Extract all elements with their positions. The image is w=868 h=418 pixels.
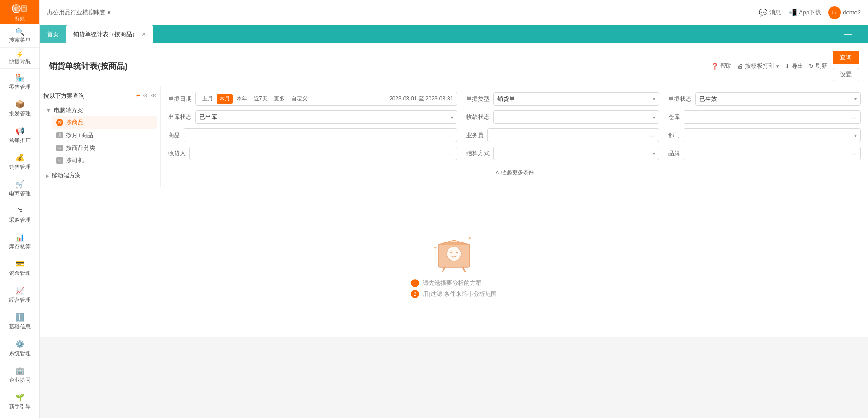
industry-label: 办公用品行业模拟账套 — [47, 9, 106, 17]
message-item[interactable]: 💬 消息 — [759, 9, 781, 17]
svg-text:✦: ✦ — [467, 235, 472, 242]
sidebar-quick-nav[interactable]: ⚡ 快捷导航 — [0, 48, 39, 69]
scheme-by-month-goods-label: 按月+商品 — [66, 131, 93, 139]
add-scheme-icon[interactable]: + — [136, 92, 140, 100]
sidebar-item-system[interactable]: ⚙️ 系统管理 — [0, 335, 39, 362]
industry-dropdown[interactable]: 办公用品行业模拟账套 ▾ — [47, 9, 111, 17]
filter-settlement-control[interactable]: ▾ — [493, 147, 659, 160]
sidebar-item-retail[interactable]: 🏪 零售管理 — [0, 69, 39, 95]
topbar: 办公用品行业模拟账套 ▾ 💬 消息 📲 App下载 Ea demo2 — [40, 0, 868, 25]
sidebar-search[interactable]: 🔍 搜索菜单 — [0, 24, 39, 48]
scheme-by-category[interactable]: 类 按商品分类 — [52, 142, 157, 154]
filter-out-status-control[interactable]: 已出库 ▾ — [195, 110, 457, 124]
settings-scheme-icon[interactable]: ⊙ — [143, 92, 148, 100]
main-area: 办公用品行业模拟账套 ▾ 💬 消息 📲 App下载 Ea demo2 首页 — [40, 0, 868, 418]
tabbar: 首页 销货单统计表（按商品） ✕ — ⛶ — [40, 25, 868, 43]
filter-salesman-label: 业务员 — [466, 131, 484, 139]
filter-salesman-item: 业务员 ··· — [466, 128, 659, 142]
filter-date-control[interactable]: 上月 本月 本年 近7天 更多 自定义 2023-03-01 至 2023-03… — [195, 92, 457, 106]
empty-illustration: ✦ ✦ — [427, 227, 481, 272]
dropdown-arrow: ▾ — [108, 9, 111, 16]
filter-dept-control[interactable]: ▾ — [684, 128, 861, 142]
filter-pay-status-control[interactable]: ▾ — [493, 110, 659, 124]
filter-doc-type-control[interactable]: 销货单 ▾ — [493, 92, 659, 106]
tab-home[interactable]: 首页 — [40, 25, 66, 43]
sidebar-item-purchase[interactable]: 🛍 采购管理 — [0, 202, 39, 228]
scheme-by-category-icon: 类 — [56, 145, 63, 151]
filter-date-item: 单据日期 上月 本月 本年 近7天 更多 自定义 20 — [168, 92, 457, 106]
filter-receiver-control[interactable]: ··· — [189, 147, 457, 160]
message-icon: 💬 — [759, 9, 768, 17]
wholesale-icon: 📦 — [15, 100, 24, 109]
page-header: 销货单统计表(按商品) ❓ 帮助 🖨 按模板打印 ▾ ⬇ 导出 — [40, 43, 868, 86]
collapse-bar[interactable]: ∧ 收起更多条件 — [168, 165, 861, 180]
sidebar-item-operations[interactable]: 📈 经营管理 — [0, 282, 39, 309]
date-tab-last-month[interactable]: 上月 — [199, 94, 216, 104]
date-tab-more[interactable]: 更多 — [271, 94, 288, 104]
print-label: 按模板打印 — [745, 62, 774, 70]
app-download-item[interactable]: 📲 App下载 — [788, 9, 821, 17]
setting-button[interactable]: 设置 — [833, 68, 859, 81]
refresh-action[interactable]: ↻ 刷新 — [809, 62, 827, 70]
sidebar-item-wholesale[interactable]: 📦 批发管理 — [0, 95, 39, 122]
sidebar-item-basic[interactable]: ℹ️ 基础信息 — [0, 309, 39, 335]
user-item[interactable]: Ea demo2 — [828, 6, 861, 19]
sidebar-item-newbie[interactable]: 🌱 新手引导 — [0, 389, 39, 415]
filter-row-4: 收货人 ··· 结算方式 ▾ — [168, 147, 861, 160]
scheme-by-driver[interactable]: 司 按司机 — [52, 154, 157, 167]
filter-salesman-control[interactable]: ··· — [487, 128, 659, 142]
pc-scheme-parent[interactable]: ▼ 电脑端方案 — [43, 104, 157, 116]
filter-goods-control[interactable]: ··· — [184, 128, 457, 142]
tab-close-icon[interactable]: ✕ — [142, 31, 146, 38]
filter-warehouse-label: 仓库 — [668, 113, 680, 121]
content-area: 销货单统计表(按商品) ❓ 帮助 🖨 按模板打印 ▾ ⬇ 导出 — [40, 43, 868, 418]
filter-left-panel: 按以下方案查询 + ⊙ ≪ ▼ 电脑端方案 — [40, 86, 161, 187]
tip-1-text: 请先选择要分析的方案 — [423, 279, 481, 287]
sidebar-item-ecommerce[interactable]: 🛒 电商管理 — [0, 176, 39, 202]
filter-brand-control[interactable]: ··· — [684, 147, 861, 160]
collapse-scheme-icon[interactable]: ≪ — [151, 92, 157, 100]
filter-right-panel: 单据日期 上月 本月 本年 近7天 更多 自定义 20 — [161, 86, 868, 187]
date-tab-this-year[interactable]: 本年 — [234, 94, 250, 104]
warehouse-dots: ··· — [850, 114, 857, 121]
date-tab-custom[interactable]: 自定义 — [288, 94, 310, 104]
sidebar-item-sales[interactable]: 💰 销售管理 — [0, 149, 39, 176]
export-action[interactable]: ⬇ 导出 — [785, 62, 803, 70]
sidebar-item-operations-label: 经营管理 — [9, 296, 31, 304]
mobile-scheme-expand: ▶ — [46, 173, 50, 178]
mobile-scheme-group[interactable]: ▶ 移动端方案 — [43, 170, 157, 181]
app-download-icon: 📲 — [788, 9, 797, 17]
export-label: 导出 — [792, 62, 803, 70]
doc-status-arrow: ▾ — [854, 96, 857, 101]
scheme-by-goods[interactable]: 按 按商品 — [52, 116, 157, 129]
sidebar-item-sales-label: 销售管理 — [9, 163, 31, 171]
logo-icon: 帐 — [11, 2, 29, 15]
sidebar-item-apps[interactable]: 📱 应用中心 — [0, 415, 39, 418]
tab-sales-report-label: 销货单统计表（按商品） — [73, 30, 138, 38]
svg-text:帐: 帐 — [14, 6, 19, 11]
page-title: 销货单统计表(按商品) — [49, 61, 127, 71]
sidebar-item-purchase-label: 采购管理 — [9, 216, 31, 224]
date-tab-7days[interactable]: 近7天 — [251, 94, 270, 104]
sidebar-item-marketing-label: 营销推广 — [9, 137, 31, 144]
date-tab-this-month[interactable]: 本月 — [217, 94, 233, 104]
sidebar-item-inventory[interactable]: 📊 库存核算 — [0, 228, 39, 255]
query-button[interactable]: 查询 — [833, 51, 859, 64]
print-action[interactable]: 🖨 按模板打印 ▾ — [737, 62, 779, 70]
doc-type-arrow: ▾ — [653, 96, 655, 101]
date-range-value: 2023-03-01 至 2023-03-31 — [389, 95, 453, 103]
scheme-by-month-goods[interactable]: 月 按月+商品 — [52, 129, 157, 142]
help-action[interactable]: ❓ 帮助 — [711, 62, 732, 70]
filter-doc-type-item: 单据类型 销货单 ▾ — [466, 92, 659, 106]
finance-icon: 💳 — [15, 260, 24, 268]
tab-expand-icon[interactable]: ⛶ — [855, 30, 863, 38]
tab-minimize-icon[interactable]: — — [844, 30, 852, 38]
tab-sales-report[interactable]: 销货单统计表（按商品） ✕ — [66, 25, 153, 43]
filter-dept-item: 部门 ▾ — [668, 128, 861, 142]
user-label: demo2 — [843, 9, 861, 16]
filter-doc-status-control[interactable]: 已生效 ▾ — [695, 92, 861, 106]
sidebar-item-marketing[interactable]: 📢 营销推广 — [0, 122, 39, 149]
sidebar-item-finance[interactable]: 💳 资金管理 — [0, 255, 39, 282]
filter-warehouse-control[interactable]: ··· — [684, 110, 861, 124]
sidebar-item-enterprise[interactable]: 🏢 企业协同 — [0, 362, 39, 389]
